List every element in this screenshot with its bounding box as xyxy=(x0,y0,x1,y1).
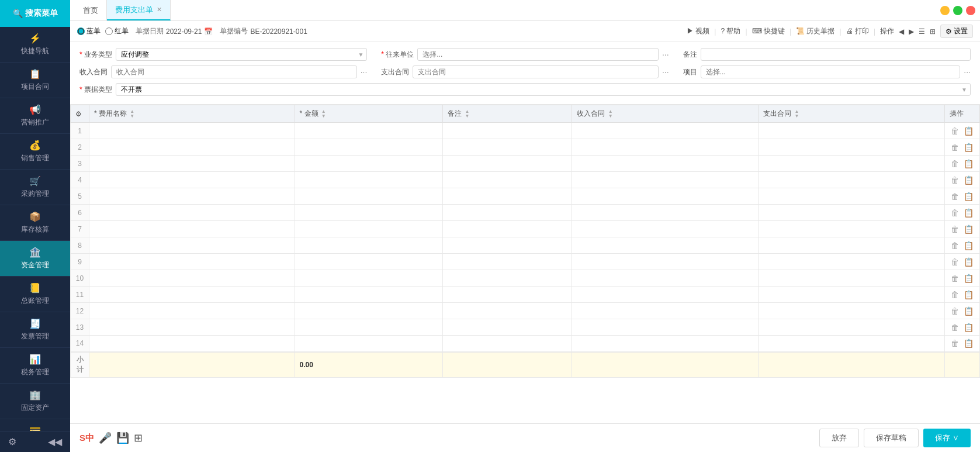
copy-icon[interactable]: 📋 xyxy=(964,274,974,283)
minimize-button[interactable] xyxy=(940,6,950,15)
amount-cell[interactable] xyxy=(295,237,443,254)
expense-name-cell[interactable] xyxy=(89,303,295,319)
maximize-button[interactable] xyxy=(953,6,962,15)
sidebar-item-ledger[interactable]: 📒 总账管理 xyxy=(0,277,70,312)
expense-name-cell[interactable] xyxy=(89,123,295,139)
prev-btn[interactable]: ◀ xyxy=(899,27,904,36)
income-contract-cell[interactable] xyxy=(572,188,759,205)
delete-icon[interactable]: 🗑 xyxy=(951,339,959,348)
expense-name-cell[interactable] xyxy=(89,319,295,336)
remark-cell[interactable] xyxy=(443,205,572,221)
gear-th[interactable]: ⚙ xyxy=(71,105,89,123)
amount-cell[interactable] xyxy=(295,205,443,221)
remark-cell[interactable] xyxy=(443,123,572,139)
copy-icon[interactable]: 📋 xyxy=(964,143,974,152)
save-cloud-icon[interactable]: 💾 xyxy=(116,432,129,444)
expense-name-cell[interactable] xyxy=(89,336,295,352)
copy-icon[interactable]: 📋 xyxy=(964,290,974,299)
copy-icon[interactable]: 📋 xyxy=(964,225,974,234)
red-bill-radio[interactable]: 红单 xyxy=(105,26,129,36)
remark-cell[interactable] xyxy=(443,156,572,172)
copy-icon[interactable]: 📋 xyxy=(964,241,974,250)
amount-cell[interactable] xyxy=(295,336,443,352)
expense-contract-cell[interactable] xyxy=(759,172,945,188)
save-button[interactable]: 保存 ∨ xyxy=(923,429,971,447)
expense-contract-cell[interactable] xyxy=(759,139,945,156)
sidebar-item-tax[interactable]: 📊 税务管理 xyxy=(0,348,70,384)
expense-contract-cell[interactable] xyxy=(759,270,945,287)
remark-cell[interactable] xyxy=(443,237,572,254)
copy-icon[interactable]: 📋 xyxy=(964,175,974,185)
th-expense-contract[interactable]: 支出合同 ▲▼ xyxy=(759,105,945,123)
copy-icon[interactable]: 📋 xyxy=(964,306,974,316)
history-btn[interactable]: 📜 历史单据 xyxy=(796,26,834,36)
remark-cell[interactable] xyxy=(443,319,572,336)
delete-icon[interactable]: 🗑 xyxy=(951,323,959,332)
next-btn[interactable]: ▶ xyxy=(909,27,914,36)
settings-icon[interactable]: ⚙ xyxy=(8,436,16,447)
sidebar-item-marketing[interactable]: 📢 营销推广 xyxy=(0,98,70,134)
date-value[interactable]: 2022-09-21 xyxy=(166,27,202,36)
amount-cell[interactable] xyxy=(295,123,443,139)
expense-name-cell[interactable] xyxy=(89,188,295,205)
delete-icon[interactable]: 🗑 xyxy=(951,192,959,201)
sidebar-item-quick-nav[interactable]: ⚡ 快捷导航 xyxy=(0,27,70,63)
expense-contract-cell[interactable] xyxy=(759,221,945,237)
remark-input[interactable] xyxy=(701,48,971,61)
grid-icon[interactable]: ⊞ xyxy=(134,432,143,444)
business-type-select[interactable]: 应付调整 xyxy=(116,48,367,61)
shortcut-btn[interactable]: ⌨ 快捷键 xyxy=(752,26,785,36)
delete-icon[interactable]: 🗑 xyxy=(951,306,959,316)
expense-contract-cell[interactable] xyxy=(759,156,945,172)
expense-contract-more-icon[interactable]: ··· xyxy=(662,67,669,77)
income-contract-cell[interactable] xyxy=(572,336,759,352)
copy-icon[interactable]: 📋 xyxy=(964,257,974,267)
income-contract-cell[interactable] xyxy=(572,319,759,336)
income-contract-more-icon[interactable]: ··· xyxy=(361,67,368,77)
expense-contract-cell[interactable] xyxy=(759,319,945,336)
income-contract-cell[interactable] xyxy=(572,270,759,287)
expense-name-cell[interactable] xyxy=(89,287,295,303)
income-contract-cell[interactable] xyxy=(572,237,759,254)
delete-icon[interactable]: 🗑 xyxy=(951,143,959,152)
delete-icon[interactable]: 🗑 xyxy=(951,241,959,250)
collapse-icon[interactable]: ◀◀ xyxy=(48,436,62,447)
sidebar-item-inventory[interactable]: 📦 库存核算 xyxy=(0,205,70,241)
sidebar-item-project-contract[interactable]: 📋 项目合同 xyxy=(0,63,70,98)
th-amount[interactable]: * 金额 ▲▼ xyxy=(295,105,443,123)
expense-contract-cell[interactable] xyxy=(759,237,945,254)
amount-cell[interactable] xyxy=(295,221,443,237)
remark-cell[interactable] xyxy=(443,303,572,319)
income-contract-input[interactable] xyxy=(111,65,357,78)
video-btn[interactable]: ▶ 视频 xyxy=(687,26,709,36)
expense-contract-input[interactable] xyxy=(413,65,659,78)
tab-expense[interactable]: 费用支出单 ✕ xyxy=(107,0,171,20)
settings-button[interactable]: ⚙ 设置 xyxy=(940,25,973,38)
tab-close-icon[interactable]: ✕ xyxy=(157,6,162,13)
income-contract-cell[interactable] xyxy=(572,139,759,156)
calendar-icon[interactable]: 📅 xyxy=(204,27,213,36)
sidebar-item-sales[interactable]: 💰 销售管理 xyxy=(0,134,70,170)
tab-home[interactable]: 首页 xyxy=(75,0,107,20)
expense-name-cell[interactable] xyxy=(89,254,295,270)
income-contract-cell[interactable] xyxy=(572,221,759,237)
expense-name-cell[interactable] xyxy=(89,237,295,254)
delete-icon[interactable]: 🗑 xyxy=(951,208,959,218)
copy-icon[interactable]: 📋 xyxy=(964,159,974,168)
expense-name-cell[interactable] xyxy=(89,156,295,172)
income-contract-cell[interactable] xyxy=(572,123,759,139)
list-view-btn[interactable]: ☰ xyxy=(919,27,925,36)
sidebar-item-capital[interactable]: 🏦 资金管理 xyxy=(0,241,70,277)
partner-more-icon[interactable]: ··· xyxy=(662,50,669,59)
expense-contract-cell[interactable] xyxy=(759,303,945,319)
sidebar-search[interactable]: 🔍 搜索菜单 xyxy=(0,0,70,27)
remark-cell[interactable] xyxy=(443,139,572,156)
copy-icon[interactable]: 📋 xyxy=(964,126,974,136)
delete-icon[interactable]: 🗑 xyxy=(951,225,959,234)
help-btn[interactable]: ? 帮助 xyxy=(721,26,740,36)
amount-cell[interactable] xyxy=(295,172,443,188)
amount-cell[interactable] xyxy=(295,287,443,303)
expense-contract-cell[interactable] xyxy=(759,188,945,205)
delete-icon[interactable]: 🗑 xyxy=(951,159,959,168)
delete-icon[interactable]: 🗑 xyxy=(951,126,959,136)
